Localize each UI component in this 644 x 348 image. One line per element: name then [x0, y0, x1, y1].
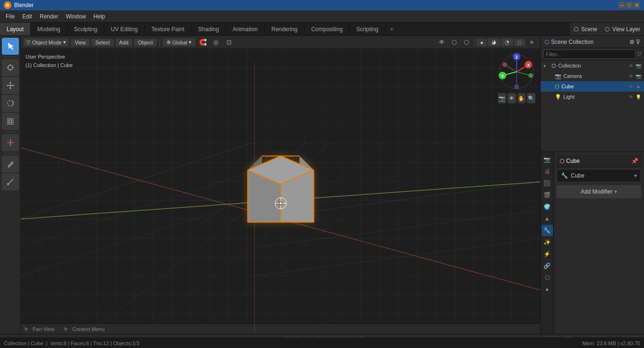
prop-data[interactable]: ⬡: [542, 272, 553, 283]
cube-container[interactable]: [234, 132, 328, 238]
tab-modeling[interactable]: Modeling: [31, 23, 67, 35]
viewport-bottom-bar: 🖱 Pan View 🖱 Context Menu: [21, 323, 540, 334]
left-toolbar: [0, 36, 21, 334]
perspective-toggle-icon[interactable]: 👁: [508, 93, 516, 103]
shading-material[interactable]: ◕: [488, 38, 500, 46]
viewport[interactable]: ▽ Object Mode ▾ View Select Add Object ⊕…: [21, 36, 540, 334]
tab-scripting[interactable]: Scripting: [350, 23, 385, 35]
tab-sculpting[interactable]: Sculpting: [67, 23, 104, 35]
scene-select[interactable]: ⬡ Scene ⬡ View Layer: [570, 23, 644, 35]
prop-scene[interactable]: 🎬: [542, 189, 553, 201]
status-memory: Mem: 23.6 MB | v2.80.75: [582, 340, 640, 346]
annotate-tool[interactable]: [2, 155, 19, 172]
menu-render[interactable]: Render: [36, 12, 62, 21]
header-separator-1: [159, 38, 160, 47]
object-mode-dropdown[interactable]: ▽ Object Mode ▾: [24, 38, 69, 46]
shading-rendered[interactable]: ◔: [501, 38, 513, 46]
camera-icon: 📷: [555, 73, 561, 79]
collection-label: Collection: [558, 63, 627, 68]
tab-texture-paint[interactable]: Texture Paint: [145, 23, 192, 35]
shading-solid[interactable]: ●: [477, 39, 487, 46]
menu-edit[interactable]: Edit: [18, 12, 36, 21]
transform-pivot-icon[interactable]: ⊡: [224, 37, 235, 48]
tab-rendering[interactable]: Rendering: [265, 23, 304, 35]
prop-object[interactable]: ▲: [542, 213, 553, 224]
rotate-tool[interactable]: [2, 95, 19, 112]
zoom-icon[interactable]: 🔍: [527, 93, 535, 103]
close-button[interactable]: ✕: [634, 2, 640, 8]
cursor-tool[interactable]: [2, 59, 19, 76]
prop-view-layer[interactable]: ⬛: [542, 178, 553, 189]
add-modifier-button[interactable]: Add Modifier ▾: [557, 185, 641, 198]
light-icon: 💡: [555, 94, 561, 100]
tab-compositing[interactable]: Compositing: [305, 23, 350, 35]
cube-label: Cube: [561, 84, 627, 89]
object-menu[interactable]: Object: [134, 39, 157, 46]
camera-render-icon[interactable]: 📷: [636, 74, 641, 79]
status-bar: Collection | Cube | Verts:8 | Faces:6 | …: [0, 338, 644, 348]
cube-eye-icon[interactable]: 👁: [629, 84, 634, 89]
title-text: Blender: [14, 2, 619, 8]
tab-animation[interactable]: Animation: [226, 23, 265, 35]
tab-shading[interactable]: Shading: [192, 23, 226, 35]
prop-particles[interactable]: ✨: [542, 237, 553, 248]
cube-render-icon[interactable]: 🔺: [636, 84, 641, 89]
svg-point-0: [8, 65, 13, 70]
overlay-icon[interactable]: ⬡: [449, 37, 460, 48]
outliner-item-collection[interactable]: ▾ ⬡ Collection 👁 📷: [541, 60, 644, 71]
menu-window[interactable]: Window: [62, 12, 90, 21]
cube-mesh[interactable]: [234, 132, 328, 236]
measure-tool[interactable]: [2, 173, 19, 190]
menu-help[interactable]: Help: [90, 12, 109, 21]
nav-gizmo[interactable]: X Z Y 📷 👁 ✋ 🔍: [498, 53, 535, 91]
viewport-menu-icon[interactable]: ≡: [526, 37, 537, 48]
prop-world[interactable]: 🌍: [542, 201, 553, 212]
camera-eye-icon[interactable]: 👁: [629, 74, 634, 79]
tab-layout[interactable]: Layout: [0, 23, 31, 35]
object-name-text: Cube: [571, 172, 585, 179]
snap-icon[interactable]: 🧲: [197, 37, 209, 48]
maximize-button[interactable]: □: [626, 2, 633, 8]
object-name-bar[interactable]: 🔧 Cube ▾: [557, 169, 641, 182]
scale-tool[interactable]: [2, 113, 19, 130]
outliner-search-input[interactable]: [544, 50, 636, 59]
transform-tool[interactable]: [2, 134, 19, 151]
prop-constraints[interactable]: 🔗: [542, 260, 553, 272]
minimize-button[interactable]: ─: [619, 2, 625, 8]
prop-output[interactable]: 🖨: [542, 166, 553, 177]
filter-icon[interactable]: ▽: [637, 51, 641, 57]
outliner-filter-icon[interactable]: ⊽: [636, 39, 640, 45]
svg-marker-7: [9, 82, 11, 83]
outliner-item-light[interactable]: 💡 Light 👁 💡: [541, 92, 644, 102]
right-panel: ⬡ Scene Collection ⚙ ⊽ ▽ ▾ ⬡ Collection …: [540, 36, 644, 334]
select-menu[interactable]: Select: [92, 39, 114, 46]
prop-modifier[interactable]: 🔧: [542, 225, 553, 236]
camera-view-icon[interactable]: 📷: [498, 93, 506, 103]
collection-render-icon[interactable]: 📷: [636, 63, 641, 68]
add-menu[interactable]: Add: [116, 39, 133, 46]
shading-wireframe[interactable]: □: [514, 39, 525, 46]
pin-icon[interactable]: 📌: [631, 158, 638, 164]
collection-eye-icon[interactable]: 👁: [629, 63, 634, 68]
outliner-menu-icon[interactable]: ⚙: [629, 39, 635, 45]
proportional-edit-icon[interactable]: ◎: [210, 37, 222, 48]
view-menu[interactable]: View: [71, 39, 90, 46]
outliner-item-cube[interactable]: ⬡ Cube 👁 🔺: [541, 81, 644, 92]
tab-uv-editing[interactable]: UV Editing: [104, 23, 145, 35]
svg-line-28: [21, 142, 254, 219]
menu-file[interactable]: File: [2, 12, 18, 21]
light-render-icon[interactable]: 💡: [636, 94, 641, 100]
prop-material[interactable]: ●: [542, 284, 553, 295]
select-tool[interactable]: [2, 38, 19, 55]
move-tool[interactable]: [2, 77, 19, 94]
transform-global[interactable]: ⊕ Global ▾: [163, 38, 195, 46]
obj-panel-icon: ⬡: [560, 158, 564, 164]
outliner-item-camera[interactable]: 📷 Camera 👁 📷: [541, 71, 644, 81]
viewport-shading-icon[interactable]: 👁: [436, 37, 448, 48]
light-eye-icon[interactable]: 👁: [629, 94, 634, 100]
wireframe-icon[interactable]: ⬡: [461, 37, 472, 48]
add-workspace-tab[interactable]: +: [385, 23, 398, 35]
hand-tool-icon[interactable]: ✋: [518, 93, 526, 103]
prop-render[interactable]: 📷: [542, 154, 553, 165]
prop-physics[interactable]: ⚡: [542, 248, 553, 260]
